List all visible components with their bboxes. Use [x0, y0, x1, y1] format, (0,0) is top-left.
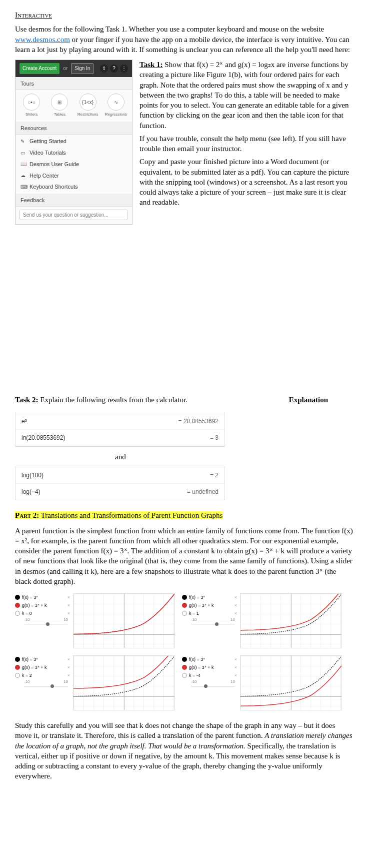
expr-g[interactable]: g(x) = 3ˣ + k ×	[15, 601, 70, 609]
slider-dot-icon	[15, 673, 20, 678]
explanation-heading: Explanation	[289, 395, 328, 405]
panel-header: Create Account or Sign In ⇪ ? ⋮	[16, 60, 132, 77]
close-icon[interactable]: ×	[234, 672, 237, 678]
tour-restrictions-icon: {1<x}	[80, 94, 96, 111]
close-icon[interactable]: ×	[68, 610, 70, 616]
help-center-icon: ☁	[20, 172, 26, 179]
tour-tables[interactable]: ⊞ Tables	[46, 94, 72, 118]
expr-f[interactable]: f(x) = 3ˣ ×	[15, 655, 70, 663]
part2-p2: Study this carefully and you will see th…	[15, 720, 353, 781]
resource-user-guide[interactable]: 📖 Desmos User Guide	[16, 159, 132, 170]
graph-expressions: f(x) = 3ˣ × g(x) = 3ˣ + k × k = 1 × -10 …	[182, 593, 237, 648]
slider-knob[interactable]	[50, 684, 54, 688]
calc-result: = 20.08553692	[178, 417, 218, 425]
shifted-curve	[240, 666, 342, 706]
intro-text-a: Use desmos for the following Task 1. Whe…	[15, 25, 324, 33]
resource-label: Video Tutorials	[30, 149, 66, 157]
close-icon[interactable]: ×	[234, 664, 237, 670]
expr-g[interactable]: g(x) = 3ˣ + k ×	[15, 663, 70, 671]
expr-f[interactable]: f(x) = 3ˣ ×	[182, 655, 237, 663]
task1-label: Task 1:	[140, 61, 163, 69]
tour-tables-label: Tables	[54, 112, 66, 117]
slider-lo: -10	[191, 617, 197, 623]
create-account-button[interactable]: Create Account	[20, 63, 60, 74]
expr-g[interactable]: g(x) = 3ˣ + k ×	[182, 601, 237, 609]
keyboard-icon: ⌨	[20, 184, 26, 191]
slider-hi: 10	[230, 679, 235, 685]
task1-p3: Copy and paste your finished picture int…	[140, 157, 353, 207]
or-label: or	[62, 65, 69, 72]
expr-k-text: k = -4	[189, 672, 200, 678]
graph-plot	[240, 655, 342, 710]
slider-knob[interactable]	[204, 684, 208, 688]
k-slider[interactable]	[191, 686, 235, 686]
slider-lo: -10	[24, 617, 30, 623]
expr-k[interactable]: k = -4 ×	[182, 671, 237, 679]
calc-row: e³ = 20.08553692	[16, 413, 224, 430]
intro-paragraph: Use desmos for the following Task 1. Whe…	[15, 24, 353, 55]
task2-label: Task 2:	[15, 396, 38, 404]
k-slider[interactable]	[24, 624, 68, 624]
tour-sliders-label: Sliders	[26, 112, 38, 117]
feedback-input[interactable]	[20, 210, 128, 220]
tour-regressions-label: Regressions	[105, 112, 127, 117]
k-slider[interactable]	[191, 624, 235, 624]
task1-p2: If you have trouble, consult the help me…	[140, 134, 353, 154]
resource-help-center[interactable]: ☁ Help Center	[16, 170, 132, 182]
series-dot-icon	[15, 657, 20, 662]
resource-video-tutorials[interactable]: ▭ Video Tutorials	[16, 147, 132, 159]
resource-keyboard-shortcuts[interactable]: ⌨ Keyboard Shortcuts	[16, 181, 132, 193]
close-icon[interactable]: ×	[68, 602, 70, 608]
calc-result: = 3	[210, 434, 218, 442]
calc-expr: ln(20.08553692)	[22, 434, 210, 442]
calc-row: log(−4) = undefined	[16, 484, 224, 500]
graph-plot	[73, 593, 175, 648]
calc-result: = 2	[210, 471, 218, 479]
close-icon[interactable]: ×	[234, 656, 237, 662]
expr-k[interactable]: k = 1 ×	[182, 609, 237, 617]
task1-p1: Show that f(x) = 2ˣ and g(x) = log₂x are…	[140, 61, 349, 130]
close-icon[interactable]: ×	[68, 594, 70, 600]
help-icon[interactable]: ?	[110, 65, 118, 73]
calc-box-2: log(100) = 2 log(−4) = undefined	[15, 467, 225, 500]
parent-curve	[74, 594, 174, 634]
close-icon[interactable]: ×	[234, 594, 237, 600]
parent-curve	[240, 656, 342, 696]
share-icon[interactable]: ⇪	[100, 65, 108, 73]
slider-hi: 10	[64, 679, 68, 685]
close-icon[interactable]: ×	[68, 664, 70, 670]
slider-dot-icon	[182, 611, 187, 616]
task2-line: Task 2: Explain the following results fr…	[15, 395, 353, 405]
slider-knob[interactable]	[46, 622, 50, 626]
expr-g-text: g(x) = 3ˣ + k	[189, 664, 214, 670]
tour-sliders[interactable]: ○•○ Sliders	[18, 94, 44, 118]
expr-k[interactable]: k = 2 ×	[15, 671, 70, 679]
expr-f[interactable]: f(x) = 3ˣ ×	[15, 593, 70, 601]
close-icon[interactable]: ×	[234, 602, 237, 608]
expr-k-text: k = 2	[22, 672, 32, 678]
resource-getting-started[interactable]: ✎ Getting Started	[16, 136, 132, 147]
series-dot-icon	[182, 665, 187, 670]
k-slider[interactable]	[24, 686, 68, 686]
tour-restrictions[interactable]: {1<x} Restrictions	[75, 94, 101, 118]
expr-k[interactable]: k = 0 ×	[15, 609, 70, 617]
sign-in-button[interactable]: Sign In	[71, 63, 94, 74]
series-dot-icon	[15, 595, 20, 600]
desmos-link[interactable]: www.desmos.com	[15, 36, 70, 44]
tour-regressions[interactable]: ∿ Regressions	[103, 94, 129, 118]
series-dot-icon	[182, 657, 187, 662]
tour-sliders-icon: ○•○	[23, 94, 40, 111]
close-icon[interactable]: ×	[68, 672, 70, 678]
expr-f[interactable]: f(x) = 3ˣ ×	[182, 593, 237, 601]
expr-g[interactable]: g(x) = 3ˣ + k ×	[182, 663, 237, 671]
more-icon[interactable]: ⋮	[120, 65, 128, 73]
expr-f-text: f(x) = 3ˣ	[22, 656, 38, 662]
slider-knob[interactable]	[215, 622, 218, 626]
calc-box-1: e³ = 20.08553692 ln(20.08553692) = 3	[15, 413, 225, 446]
expr-f-text: f(x) = 3ˣ	[189, 656, 205, 662]
graph-expressions: f(x) = 3ˣ × g(x) = 3ˣ + k × k = 0 × -10 …	[15, 593, 70, 648]
close-icon[interactable]: ×	[68, 656, 70, 662]
close-icon[interactable]: ×	[234, 610, 237, 616]
graph-cell: f(x) = 3ˣ × g(x) = 3ˣ + k × k = 2 × -10 …	[15, 655, 175, 710]
resource-label: Help Center	[30, 172, 59, 180]
